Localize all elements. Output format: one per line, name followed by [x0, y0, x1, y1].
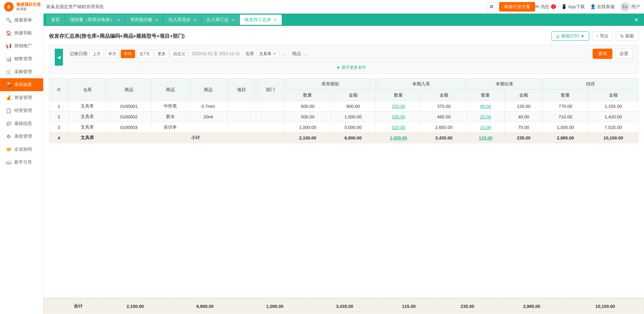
th-opening-group: 库存期初	[285, 79, 376, 90]
cell-out-qty[interactable]: 80.00	[466, 101, 505, 112]
tab-close-in-out-flow[interactable]: ✕	[193, 18, 196, 22]
system-title: 装备及固定资产辅助管理系统	[46, 4, 487, 10]
sidebar-item-quick-nav[interactable]: 🏠 快捷导航	[0, 27, 43, 39]
warehouse-filter: 仓库 文具库 ✕ …	[245, 50, 287, 58]
sidebar-item-sales[interactable]: 📊 销售管理	[0, 52, 43, 65]
tab-close-receive-send[interactable]: ✕	[274, 18, 277, 22]
export-icon: ↑	[596, 34, 599, 39]
subtotal-in-qty[interactable]: 1,000.00	[376, 133, 421, 143]
th-settings[interactable]: ⚙	[49, 79, 69, 101]
warehouse-more[interactable]: …	[281, 51, 287, 57]
footer-row: 合计 2,100.00 6,900.00 1,000.00 3,435.00 1…	[44, 298, 644, 314]
btn-custom[interactable]: 自定义	[170, 50, 188, 58]
filter-area: ◀ 记账日期 上月 本月 本年 近7天	[49, 45, 639, 74]
marketing-icon: 📢	[5, 43, 12, 49]
message-item[interactable]: ✉ 消息 6	[535, 4, 556, 10]
subtotal-out-qty[interactable]: 115.00	[466, 133, 505, 143]
phone-icon: 📱	[561, 4, 567, 9]
message-icon: ✉	[535, 4, 539, 9]
filter-row: 记账日期 上月 本月 本年 近7天 更多 自定义	[70, 49, 633, 59]
print-btn[interactable]: 🖨 模板打印 ▼	[551, 31, 589, 41]
th-out-group: 本期出库	[466, 79, 543, 90]
header-actions: 🖨 模板打印 ▼ ↑ 导出 ↻ 刷新	[551, 31, 639, 41]
cell-out-qty[interactable]: 20.00	[466, 112, 505, 122]
collapse-arrow[interactable]: ◀	[55, 49, 63, 66]
footer-table: 合计 2,100.00 6,900.00 1,000.00 3,435.00 1…	[44, 301, 644, 312]
tab-close-batch-account[interactable]: ✕	[155, 18, 158, 22]
sidebar-item-operations[interactable]: 📋 经营管理	[0, 104, 43, 117]
expand-btn[interactable]: ▼ 展开更多条件	[70, 62, 633, 70]
footer-out-amt: 235.00	[438, 301, 497, 312]
cell-no: 2	[49, 112, 69, 122]
tab-home[interactable]: 首页	[46, 15, 65, 25]
cell-closing-amt: 1,155.00	[588, 101, 639, 112]
tab-stock-dist[interactable]: 现存量（库存分布表） ✕	[65, 15, 125, 25]
home-icon: 🏠	[5, 30, 12, 36]
refresh-btn[interactable]: ↻ 刷新	[616, 31, 639, 41]
cell-goods-code: 0100001	[106, 101, 151, 112]
cell-goods-spec: 20ml	[189, 112, 227, 122]
tab-in-out-summary[interactable]: 出入库汇总 ✕	[202, 15, 239, 25]
cell-goods-code: 0100003	[106, 122, 151, 133]
purchase-icon: 🛒	[5, 69, 12, 75]
date-btns: 上月 本月 本年 近7天 更多 自定义	[89, 50, 188, 58]
refresh-icon: ↻	[620, 34, 624, 39]
app-download-item[interactable]: 📱 App下载	[561, 4, 585, 10]
th-out-amt: 金额	[505, 90, 543, 101]
settings-icon[interactable]: ⚙	[487, 2, 496, 12]
sidebar-item-system[interactable]: ⚙ 系统管理	[0, 130, 43, 143]
th-goods-spec: 商品	[189, 79, 227, 101]
sidebar-item-enterprise[interactable]: 🤝 企业协同	[0, 143, 43, 156]
search-icon: 🔍	[5, 17, 12, 23]
th-goods-code: 商品	[106, 79, 151, 101]
cell-in-amt: 2,600.00	[421, 122, 466, 133]
query-btn[interactable]: 查询	[593, 49, 612, 59]
cell-in-qty[interactable]: 250.00	[376, 101, 421, 112]
cell-goods-spec: 0.7mm	[189, 101, 227, 112]
sidebar-item-search[interactable]: 🔍 搜索菜单	[0, 14, 43, 27]
setting-btn[interactable]: 设置	[615, 49, 633, 59]
footer-opening-qty: 2,100.00	[100, 301, 170, 312]
tab-in-out-flow[interactable]: 出入库流水 ✕	[164, 15, 201, 25]
footer-out-qty: 115.00	[380, 301, 438, 312]
subtotal-warehouse: 文具库	[69, 133, 106, 143]
warehouse-tag-close[interactable]: ✕	[273, 51, 276, 56]
tab-close-stock-dist[interactable]: ✕	[117, 18, 120, 22]
cell-goods-name: 中性笔	[152, 101, 189, 112]
cell-in-qty[interactable]: 230.00	[376, 112, 421, 122]
page-header: 收发存汇总表(按仓库+商品编码+商品+规格型号+项目+部门) 🖨 模板打印 ▼ …	[49, 31, 639, 41]
btn-this-month[interactable]: 本月	[105, 50, 119, 58]
user-item[interactable]: Ea 用户	[620, 2, 640, 12]
online-service-item[interactable]: 👤 在线客服	[590, 4, 615, 10]
cell-out-qty[interactable]: 15.00	[466, 122, 505, 133]
tab-batch-account[interactable]: 库存批次账 ✕	[126, 15, 163, 25]
btn-this-year[interactable]: 本年	[121, 50, 135, 58]
inventory-icon: 📦	[5, 82, 12, 87]
sidebar-item-basic[interactable]: 📰 基础信息	[0, 117, 43, 130]
sidebar-item-newbie[interactable]: 📖 新手引导	[0, 156, 43, 169]
goods-more[interactable]: …	[303, 51, 309, 57]
experience-btn[interactable]: 体验行业方案	[499, 2, 535, 12]
cell-goods-name: 采访本	[152, 122, 189, 133]
tab-close-in-out-summary[interactable]: ✕	[231, 18, 234, 22]
tab-receive-send[interactable]: 收发存汇总表 ✕	[240, 15, 282, 25]
export-btn[interactable]: ↑ 导出	[592, 31, 613, 41]
user-avatar: Ea	[620, 2, 630, 12]
system-icon: ⚙	[5, 134, 12, 139]
btn-last-month[interactable]: 上月	[89, 50, 104, 58]
sidebar-item-purchase[interactable]: 🛒 采购管理	[0, 65, 43, 78]
cell-warehouse: 文具库	[69, 112, 106, 122]
top-bar: 6 畅捷通好生意 标准版 装备及固定资产辅助管理系统 ⚙ 体验行业方案 ✉ 消息…	[0, 0, 644, 14]
sidebar-item-marketing[interactable]: 📢 营销推广	[0, 39, 43, 52]
subtotal-closing-amt: 10,100.00	[588, 133, 639, 143]
sidebar-item-finance[interactable]: 💰 资金管理	[0, 91, 43, 104]
th-out-qty: 数量	[466, 90, 505, 101]
tab-bar-close[interactable]: ✕	[631, 17, 641, 23]
btn-last-7[interactable]: 近7天	[136, 50, 153, 58]
btn-more[interactable]: 更多	[154, 50, 169, 58]
expand-icon: ▼	[336, 65, 341, 70]
sidebar-item-inventory[interactable]: 📦 库存核算	[0, 78, 43, 91]
cell-in-qty[interactable]: 520.00	[376, 122, 421, 133]
th-in-amt: 金额	[421, 90, 466, 101]
cell-opening-qty: 600.00	[285, 101, 330, 112]
